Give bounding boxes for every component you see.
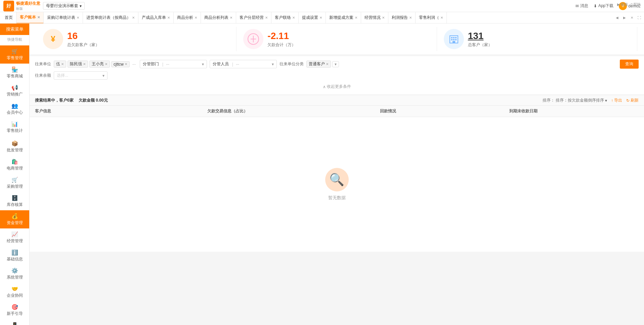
close-tab-plan[interactable]: ✕ (355, 16, 357, 20)
collapse-button[interactable]: ∧ 收起更多条件 (323, 84, 351, 89)
quick-nav[interactable]: 快捷导航 (0, 35, 29, 44)
sidebar-item-member[interactable]: 👥 会员中心 (0, 100, 29, 118)
filter-row-2: 往来余额 选择... ▾ (35, 71, 639, 80)
marketing-icon: 📢 (11, 84, 18, 91)
results-info: 搜索结果中，客户0家 欠款金额 0.00元 (35, 98, 108, 103)
nav-fullscreen-btn[interactable]: ⛶ (636, 14, 643, 21)
sidebar-item-basic[interactable]: ℹ️ 基础信息 (0, 247, 29, 265)
close-tab-retail[interactable]: ✕ (440, 16, 443, 20)
message-icon: ✉ (575, 4, 579, 8)
dept-filter[interactable]: 分管部门 | ··· ▾ (140, 60, 207, 68)
sidebar-search[interactable]: 搜索菜单 (0, 24, 29, 35)
empty-state: 🔍 暂无数据 (325, 148, 349, 221)
tab-customer-contact[interactable]: 客户联络 ✕ (271, 12, 299, 24)
sidebar-item-purchase[interactable]: 🛒 采购管理 (0, 174, 29, 192)
sidebar-item-batch[interactable]: 📦 批发管理 (0, 138, 29, 156)
close-tab-contact[interactable]: ✕ (292, 16, 295, 20)
export-button[interactable]: ↑ 导出 (611, 98, 622, 103)
close-tab-analysis[interactable]: ✕ (195, 16, 197, 20)
filter-more-tags[interactable]: ··· (131, 62, 137, 67)
message-btn[interactable]: ✉ 消息 (575, 3, 588, 9)
tag-cjttcw[interactable]: cjttcw ✕ (111, 61, 130, 67)
refresh-button[interactable]: ↻ 刷新 (626, 98, 639, 103)
app-download-btn[interactable]: ⬇ App下载 (594, 3, 613, 9)
tag-cjttcw-close[interactable]: ✕ (125, 62, 127, 66)
close-tab-analysis-list[interactable]: ✕ (230, 16, 232, 20)
logo-text: 畅捷通好生意 标版 (16, 1, 40, 11)
tab-retail-profit[interactable]: 零售利润（ ✕ (416, 12, 447, 24)
sidebar-item-ops[interactable]: 📈 经营管理 (0, 228, 29, 247)
sidebar-item-marketing[interactable]: 📢 营销推广 (0, 82, 29, 100)
refresh-icon: ↻ (626, 98, 630, 103)
sidebar-item-retail-stats[interactable]: 📊 零售统计 (0, 118, 29, 136)
sidebar-item-sys[interactable]: ⚙️ 系统管理 (0, 265, 29, 283)
sidebar-item-newbie[interactable]: 🎯 新手引导 (0, 301, 29, 319)
col-debt-info: 欠款交易信息（占比） (207, 108, 380, 114)
tab-customer-tier[interactable]: 客户分层经营 ✕ (236, 12, 271, 24)
sidebar-item-retail-mall[interactable]: 🏪 零售商城 (0, 64, 29, 82)
nav-close-all-btn[interactable]: ✕ (629, 14, 635, 21)
tab-new-plan[interactable]: 新增提成方案 ✕ (326, 12, 361, 24)
debt-icon-circle (243, 29, 263, 49)
close-tab-profit[interactable]: ✕ (409, 16, 412, 20)
tag-wu-close[interactable]: ✕ (61, 62, 64, 66)
tab-purchase-order[interactable]: 采购订单统计表 ✕ (44, 12, 83, 24)
query-button[interactable]: 查询 (620, 60, 639, 69)
tag-chen-close[interactable]: ✕ (83, 62, 86, 66)
nav-prev-btn[interactable]: ◀ (614, 14, 620, 21)
dept-more[interactable]: ··· (165, 62, 171, 67)
balance-filter[interactable]: 选择... ▾ (54, 71, 108, 80)
stat-customers-label: 总欠款客户（家） (67, 42, 99, 48)
tab-reminder[interactable]: 提成设置 ✕ (299, 12, 326, 24)
tag-normal-close[interactable]: ✕ (326, 62, 329, 66)
tab-inbound-stats[interactable]: 进货单统计表（按商品） ✕ (83, 12, 138, 24)
tag-chen[interactable]: 陈民强 ✕ (68, 61, 88, 68)
person-more[interactable]: ··· (234, 62, 241, 67)
col-repay: 回款情况 (380, 108, 509, 114)
tab-profit[interactable]: 利润报告 ✕ (388, 12, 416, 24)
sidebar-item-app[interactable]: 📱 应用中心 (0, 319, 29, 325)
tag-wu[interactable]: 伍 ✕ (54, 61, 66, 68)
logo-icon: 好 (3, 1, 14, 11)
close-tab-tier[interactable]: ✕ (265, 16, 268, 20)
debt-icon-svg (247, 33, 259, 45)
chevron-down-icon: ▾ (80, 4, 82, 8)
nav-next-btn[interactable]: ▶ (621, 14, 628, 21)
stat-total-customers: ¥ 16 总欠款客户（家） (36, 27, 237, 51)
sidebar-item-retail-mgmt[interactable]: 🛒 零售管理 (0, 45, 29, 64)
svg-rect-9 (455, 39, 457, 40)
close-tab-reminder[interactable]: ✕ (319, 16, 322, 20)
demo-selector[interactable]: 母婴行业演示帐套 ▾ (43, 2, 85, 10)
sidebar-item-ecommerce[interactable]: 🛍️ 电商管理 (0, 156, 29, 174)
close-tab-product[interactable]: ✕ (167, 16, 170, 20)
tag-wang-close[interactable]: ✕ (105, 62, 108, 66)
person-filter[interactable]: 分管人员 | ··· ▾ (210, 60, 277, 68)
unit-class-dropdown[interactable]: ▾ (332, 61, 339, 67)
building-icon (447, 32, 461, 46)
sort-arrow-icon: ▾ (605, 98, 607, 103)
tag-wang[interactable]: 王小亮 ✕ (89, 61, 110, 68)
tab-customer-account[interactable]: 客户账本 ✕ (16, 12, 44, 24)
tab-product-analysis[interactable]: 商品分析 ✕ (174, 12, 201, 24)
stat-debt-info: -2.11 欠款合计（万） (267, 30, 296, 48)
sidebar-item-finance[interactable]: 💰 资金管理 (0, 210, 29, 228)
close-tab-customer-account[interactable]: ✕ (37, 15, 40, 19)
filter-row-1: 往来单位 伍 ✕ 陈民强 ✕ 王小亮 ✕ cjttcw (35, 60, 639, 69)
close-tab-inbound[interactable]: ✕ (132, 16, 135, 20)
finance-icon: 💰 (11, 213, 18, 219)
tab-ops[interactable]: 经营情况 ✕ (361, 12, 388, 24)
tab-home[interactable]: 首页 (1, 12, 16, 24)
tab-analysis-list[interactable]: 商品分析列表 ✕ (201, 12, 236, 24)
collapse-icon: ∧ (323, 84, 326, 89)
close-tab-purchase[interactable]: ✕ (77, 16, 79, 20)
close-tab-ops[interactable]: ✕ (382, 16, 385, 20)
nav-arrows: ◀ ▶ ✕ ⛶ (614, 14, 643, 21)
tab-product-inbound[interactable]: 产成品入库单 ✕ (138, 12, 174, 24)
sort-select[interactable]: 排序： 排序：按欠款金额倒序排序 ▾ (543, 98, 607, 103)
basic-icon: ℹ️ (11, 249, 18, 256)
retail-icon: 🛒 (11, 48, 18, 55)
stat-clients-info: 131 总客户（家） (468, 30, 492, 48)
sidebar-item-inventory[interactable]: 🗄️ 库存核算 (0, 192, 29, 210)
tag-normal-customer[interactable]: 普通客户 ✕ (306, 61, 331, 68)
sidebar-item-enterprise[interactable]: 🤝 企业协同 (0, 283, 29, 301)
